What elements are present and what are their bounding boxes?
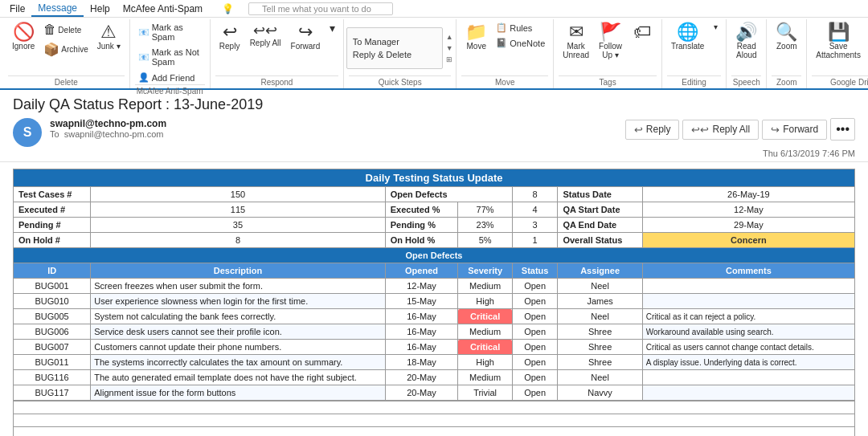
delete-group-label: Delete: [8, 75, 125, 87]
respond-more-button[interactable]: ▾: [326, 21, 338, 36]
table-row: BUG005 System not calculating the bank f…: [14, 309, 855, 324]
junk-icon: ⚠: [100, 23, 117, 41]
bug-status: Open: [512, 355, 557, 370]
rules-icon: 📋: [496, 22, 507, 33]
ignore-button[interactable]: 🚫 Ignore: [8, 21, 39, 53]
archive-label: Archive: [61, 45, 88, 54]
bug-status: Open: [512, 279, 557, 294]
translate-icon: 🌐: [677, 23, 698, 41]
reply-all-icon: ↩↩: [253, 23, 277, 38]
quicksteps-scroll-up[interactable]: ▲: [445, 32, 454, 42]
tags-group-label: Tags: [559, 75, 657, 87]
reply-action-button[interactable]: ↩ Reply: [625, 120, 680, 140]
gdrive-buttons: 💾 SaveAttachments △: [812, 21, 868, 75]
sender-to: To swapnil@techno-pm.com: [50, 129, 617, 139]
move-group-label: Move: [461, 75, 548, 87]
add-friend-icon: 👤: [138, 72, 149, 83]
speech-group-label: Speech: [731, 75, 761, 87]
defect-header-row: ID Description Opened Severity Status As…: [14, 263, 855, 279]
ignore-label: Ignore: [12, 42, 35, 51]
speech-buttons: 🔊 ReadAloud: [731, 21, 761, 75]
mark-unread-label: MarkUnread: [563, 42, 589, 59]
table-row: BUG006 Service desk users cannot see the…: [14, 324, 855, 340]
cell-hold-label: On Hold #: [14, 233, 91, 248]
zoom-icon: 🔍: [776, 23, 797, 41]
translate-button[interactable]: 🌐 Translate: [667, 21, 708, 53]
table-row: BUG001 Screen freezes when user submit t…: [14, 279, 855, 294]
forward-button[interactable]: ↪ Forward: [287, 21, 325, 53]
forward-action-button[interactable]: ↪ Forward: [762, 120, 827, 140]
onenote-label: OneNote: [510, 39, 545, 48]
bug-assignee: Shree: [558, 355, 642, 370]
reply-all-action-button[interactable]: ↩↩ Reply All: [682, 120, 759, 140]
tell-me-box[interactable]: Tell me what you want to do: [248, 2, 393, 15]
zoom-button[interactable]: 🔍 Zoom: [772, 21, 801, 53]
cell-exp-label: Executed %: [385, 202, 458, 218]
mark-not-spam-label: Mark as Not Spam: [152, 47, 202, 67]
menu-help[interactable]: Help: [84, 2, 117, 16]
respond-buttons: ↩ Reply ↩↩ Reply All ↪ Forward ▾: [215, 21, 339, 75]
onenote-icon: 📓: [496, 38, 507, 48]
bug-id: BUG010: [14, 294, 91, 309]
add-friend-button[interactable]: 👤 Add Friend: [135, 71, 205, 84]
follow-up-button[interactable]: 🚩 FollowUp ▾: [595, 21, 626, 62]
empty-row: [14, 427, 855, 437]
table-row: BUG116 The auto generated email template…: [14, 370, 855, 385]
concern-badge: Concern: [642, 233, 854, 248]
quicksteps-expand[interactable]: ⊞: [445, 55, 454, 64]
reply-all-action-icon: ↩↩: [691, 124, 709, 136]
cell-qas-label: QA Start Date: [558, 202, 642, 218]
reply-all-ribbon-button[interactable]: ↩↩ Reply All: [246, 21, 285, 50]
lightbulb-icon: 💡: [215, 2, 240, 16]
email-action-buttons: ↩ Reply ↩↩ Reply All ↪ Forward •••: [625, 118, 855, 141]
reply-button[interactable]: ↩ Reply: [215, 21, 244, 53]
mark-not-spam-button[interactable]: 📧 Mark as Not Spam: [135, 46, 205, 68]
to-manager-step[interactable]: To Manager: [350, 36, 439, 47]
cell-sd-label: Status Date: [558, 187, 642, 202]
tell-me-label: Tell me what you want to do: [256, 2, 378, 15]
menu-message[interactable]: Message: [31, 1, 84, 17]
bug-status: Open: [512, 294, 557, 309]
bug-assignee: Neel: [558, 279, 642, 294]
read-aloud-button[interactable]: 🔊 ReadAloud: [731, 21, 761, 62]
quicksteps-group-label: Quick Steps: [349, 75, 451, 87]
cell-hold-val: 8: [91, 233, 385, 248]
ribbon-group-editing: 🌐 Translate ▾ Editing: [662, 19, 727, 88]
menu-file[interactable]: File: [3, 2, 31, 16]
delete-button[interactable]: 🗑 Delete: [40, 21, 91, 39]
cell-qae-val: 29-May: [642, 218, 854, 233]
junk-label: Junk ▾: [97, 42, 121, 51]
bug-comments: Critical as users cannot change contact …: [642, 340, 854, 355]
forward-label: Forward: [291, 42, 321, 51]
status-table: Daily Testing Status Update Test Cases #…: [13, 169, 855, 401]
bug-comments: Workaround available using search.: [642, 324, 854, 340]
delete-buttons: 🚫 Ignore 🗑 Delete 📦 Archive ⚠ Junk ▾: [8, 21, 125, 75]
archive-icon: 📦: [43, 42, 59, 57]
more-actions-button[interactable]: •••: [830, 118, 855, 141]
sender-info: swapnil@techno-pm.com To swapnil@techno-…: [50, 118, 617, 139]
cell-os-label: Overall Status: [558, 233, 642, 248]
bug-status: Open: [512, 309, 557, 324]
bug-comments: [642, 370, 854, 385]
save-attachments-button[interactable]: 💾 SaveAttachments: [812, 21, 865, 62]
quicksteps-scroll-down[interactable]: ▼: [445, 43, 454, 53]
move-button[interactable]: 📁 Move: [461, 21, 491, 53]
rules-button[interactable]: 📋Rules: [493, 21, 548, 35]
cell-ch-val: 4: [512, 202, 557, 218]
editing-more-button[interactable]: ▾: [710, 21, 721, 33]
categorize-button[interactable]: 🏷: [628, 21, 657, 44]
save-attachments-icon: 💾: [828, 23, 850, 41]
email-header: Daily QA Status Report : 13-June-2019 S …: [0, 90, 868, 162]
bug-id: BUG006: [14, 324, 91, 340]
table-row: BUG117 Alignment issue for the form butt…: [14, 385, 855, 401]
archive-button[interactable]: 📦 Archive: [40, 40, 91, 59]
bug-comments: [642, 294, 854, 309]
menu-mcafee[interactable]: McAfee Anti-Spam: [117, 2, 209, 16]
reply-delete-step[interactable]: Reply & Delete: [350, 49, 439, 60]
onenote-button[interactable]: 📓OneNote: [493, 36, 548, 50]
junk-button[interactable]: ⚠ Junk ▾: [93, 21, 125, 53]
bug-opened: 12-May: [385, 279, 458, 294]
mark-unread-button[interactable]: ✉ MarkUnread: [559, 21, 593, 62]
mark-spam-button[interactable]: 📧 Mark as Spam: [135, 21, 205, 43]
cell-holdp-label: On Hold %: [385, 233, 458, 248]
